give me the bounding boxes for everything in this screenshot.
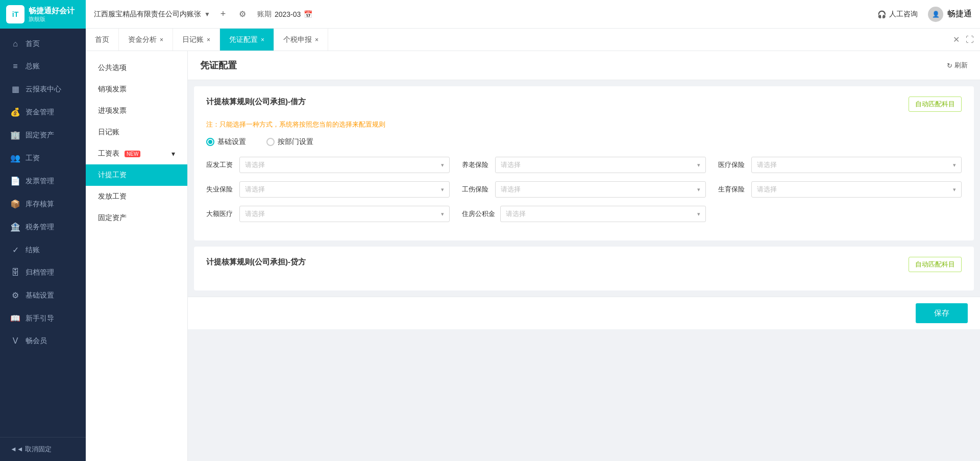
company-selector[interactable]: 江西服宝精品有限责任公司内账张 ▼ — [94, 10, 210, 19]
field-yiliao-baoxian: 医疗保险 请选择 ▾ — [718, 157, 962, 173]
tab-close-icon[interactable]: × — [261, 36, 264, 43]
submenu-item-销项发票[interactable]: 销项发票 — [86, 79, 187, 100]
nav-icon: 🏦 — [10, 222, 20, 232]
tab-资金分析[interactable]: 资金分析× — [119, 29, 173, 51]
nav-icon: ⌂ — [10, 39, 20, 48]
tab-日记账[interactable]: 日记账× — [173, 29, 220, 51]
credit-section: 计提核算规则(公司承担)-贷方 自动匹配科目 — [194, 247, 974, 290]
app-name: 畅捷通好会计 — [29, 6, 75, 15]
sidebar-item-首页[interactable]: ⌂首页 — [0, 33, 86, 55]
sidebar-unpin-button[interactable]: ◄◄ 取消固定 — [0, 437, 86, 461]
topbar-right: 🎧 人工咨询 👤 畅捷通 — [877, 7, 972, 22]
sidebar-item-工资[interactable]: 👥工资 — [0, 147, 86, 169]
nav-icon: 📖 — [10, 313, 20, 323]
select-yiliao-baoxian[interactable]: 请选择 ▾ — [751, 157, 962, 173]
field-shiye-baoxian: 失业保险 请选择 ▾ — [206, 181, 450, 198]
calendar-icon[interactable]: 📅 — [304, 10, 312, 18]
tab-凭证配置[interactable]: 凭证配置× — [220, 29, 274, 51]
sidebar-item-结账[interactable]: ✓结账 — [0, 238, 86, 261]
avatar: 👤 — [928, 7, 943, 22]
user-area[interactable]: 👤 畅捷通 — [928, 7, 972, 22]
save-area: 保存 — [188, 297, 980, 329]
save-button[interactable]: 保存 — [916, 303, 968, 323]
refresh-button[interactable]: ↻ 刷新 — [947, 61, 968, 70]
select-daer-yiliao[interactable]: 请选择 ▾ — [239, 206, 450, 222]
main-area: 江西服宝精品有限责任公司内账张 ▼ + ⚙ 账期 2023-03 📅 🎧 人工咨… — [86, 0, 980, 461]
app-version: 旗舰版 — [29, 15, 75, 23]
debit-section-title: 计提核算规则(公司承担)-借方 — [206, 97, 306, 107]
tabs-bar: 首页资金分析×日记账×凭证配置×个税申报× ✕ ⛶ — [86, 29, 980, 51]
chevron-down-icon: ▾ — [697, 162, 700, 168]
debit-section-note: 注：只能选择一种方式，系统将按照您当前的选择来配置规则 — [206, 120, 962, 129]
sidebar-item-总账[interactable]: ≡总账 — [0, 55, 86, 78]
submenu-item-进项发票[interactable]: 进项发票 — [86, 100, 187, 122]
nav-icon: ✓ — [10, 245, 20, 255]
radio-department-setting[interactable]: 按部门设置 — [266, 137, 313, 147]
chevron-down-icon: ▾ — [953, 162, 956, 168]
select-gongshang-baoxian[interactable]: 请选择 ▾ — [495, 181, 705, 198]
field-yanglao-baoxian: 养老保险 请选择 ▾ — [462, 157, 705, 173]
sidebar-item-发票管理[interactable]: 📄发票管理 — [0, 169, 86, 192]
debit-form-grid: 应发工资 请选择 ▾ 养老保险 请选择 ▾ 医疗 — [206, 157, 962, 222]
tab-close-icon[interactable]: × — [160, 36, 163, 43]
period-selector: 账期 2023-03 📅 — [257, 10, 312, 19]
credit-section-header: 计提核算规则(公司承担)-贷方 自动匹配科目 — [206, 257, 962, 272]
company-chevron-icon: ▼ — [204, 11, 210, 18]
field-shengyu-baoxian: 生育保险 请选择 ▾ — [718, 181, 962, 198]
page-title: 凭证配置 — [200, 59, 237, 71]
sidebar-item-库存核算[interactable]: 📦库存核算 — [0, 192, 86, 215]
period-label: 账期 — [257, 10, 272, 19]
debit-section-header: 计提核算规则(公司承担)-借方 自动匹配科目 — [206, 96, 962, 112]
tab-close-icon[interactable]: × — [315, 36, 318, 43]
debit-auto-match-button[interactable]: 自动匹配科目 — [909, 96, 962, 112]
submenu-item-工资表[interactable]: 工资表NEW▾ — [86, 143, 187, 164]
sidebar-item-新手引导[interactable]: 📖新手引导 — [0, 307, 86, 330]
close-icon[interactable]: ✕ — [953, 35, 960, 44]
select-yanglao-baoxian[interactable]: 请选择 ▾ — [495, 157, 705, 173]
chevron-down-icon: ▾ — [697, 211, 700, 217]
select-shiye-baoxian[interactable]: 请选择 ▾ — [239, 181, 450, 198]
submenu-item-固定资产[interactable]: 固定资产 — [86, 207, 187, 229]
add-button[interactable]: + — [216, 8, 230, 21]
radio-basic-setting[interactable]: 基础设置 — [206, 137, 246, 147]
expand-icon[interactable]: ⛶ — [966, 35, 974, 44]
sidebar-item-基础设置[interactable]: ⚙基础设置 — [0, 284, 86, 307]
support-button[interactable]: 🎧 人工咨询 — [877, 10, 918, 19]
credit-auto-match-button[interactable]: 自动匹配科目 — [909, 257, 962, 272]
radio-dept-unchecked — [266, 138, 275, 146]
chevron-down-icon: ▾ — [441, 211, 444, 217]
sidebar-item-云报表中心[interactable]: ▦云报表中心 — [0, 78, 86, 101]
headset-icon: 🎧 — [877, 10, 886, 18]
submenu-item-计提工资[interactable]: 计提工资 — [86, 164, 187, 186]
nav-icon: ≡ — [10, 62, 20, 71]
period-value: 2023-03 — [275, 10, 301, 18]
tab-首页[interactable]: 首页 — [86, 29, 119, 51]
submenu-item-发放工资[interactable]: 发放工资 — [86, 186, 187, 207]
nav-icon: ▦ — [10, 84, 20, 94]
select-shengyu-baoxian[interactable]: 请选择 ▾ — [751, 181, 962, 198]
tab-close-icon[interactable]: × — [207, 36, 210, 43]
settings-icon[interactable]: ⚙ — [236, 8, 249, 21]
sidebar-item-资金管理[interactable]: 💰资金管理 — [0, 101, 86, 124]
debit-radio-group: 基础设置 按部门设置 — [206, 137, 962, 147]
nav-icon: ⚙ — [10, 290, 20, 300]
submenu-item-公共选项[interactable]: 公共选项 — [86, 57, 187, 79]
tab-个税申报[interactable]: 个税申报× — [274, 29, 328, 51]
sidebar-logo: iT 畅捷通好会计 旗舰版 — [0, 0, 86, 29]
nav-icon: 🗄 — [10, 268, 20, 277]
company-name: 江西服宝精品有限责任公司内账张 — [94, 10, 201, 19]
sidebar-item-固定资产[interactable]: 🏢固定资产 — [0, 124, 86, 147]
nav-icon: 📦 — [10, 199, 20, 209]
select-yingfa-gongzi[interactable]: 请选择 ▾ — [239, 157, 450, 173]
nav-icon: V — [10, 336, 20, 346]
page-content: 凭证配置 ↻ 刷新 计提核算规则(公司承担)-借方 自动匹配科目 注：只能选择一… — [188, 51, 980, 461]
sidebar-item-税务管理[interactable]: 🏦税务管理 — [0, 215, 86, 238]
sidebar: iT 畅捷通好会计 旗舰版 ⌂首页≡总账▦云报表中心💰资金管理🏢固定资产👥工资📄… — [0, 0, 86, 461]
sidebar-item-归档管理[interactable]: 🗄归档管理 — [0, 261, 86, 284]
select-zhufang-gongjijin[interactable]: 请选择 ▾ — [500, 206, 705, 222]
nav-icon: 👥 — [10, 153, 20, 163]
chevron-down-icon: ▾ — [172, 150, 175, 158]
submenu-item-日记账[interactable]: 日记账 — [86, 122, 187, 143]
sidebar-item-畅会员[interactable]: V畅会员 — [0, 330, 86, 352]
tabs-actions: ✕ ⛶ — [947, 29, 980, 51]
